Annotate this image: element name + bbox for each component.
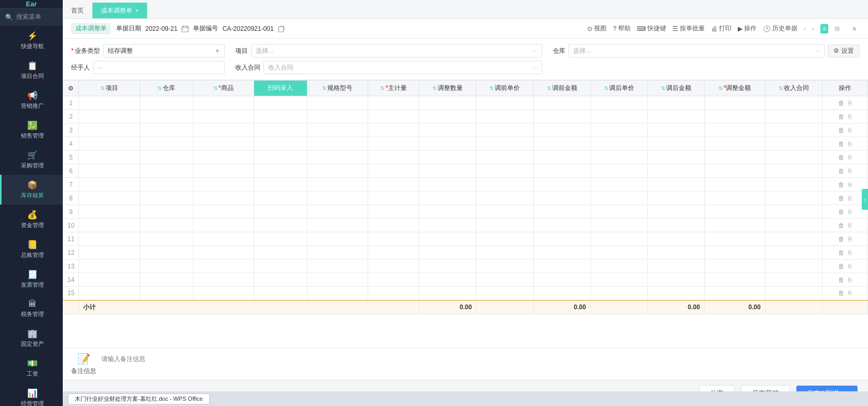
cell-income[interactable]: [765, 137, 822, 151]
cell-income[interactable]: [765, 232, 822, 246]
cell-project[interactable]: [79, 260, 140, 273]
doc-close-button[interactable]: ×: [849, 24, 860, 34]
cell-goods[interactable]: [193, 96, 254, 110]
sidebar-item-ops-mgmt[interactable]: 📊 经营管理: [0, 383, 63, 406]
cell-warehouse[interactable]: [140, 273, 193, 287]
cell-qty[interactable]: [419, 287, 476, 300]
settings-button[interactable]: ⚙ 设置: [828, 44, 860, 58]
cell-income[interactable]: [765, 287, 822, 300]
cell-prev-price[interactable]: [476, 191, 533, 205]
delete-icon[interactable]: 🗑: [838, 235, 844, 243]
cell-adj-amt[interactable]: [647, 232, 704, 246]
cell-unit[interactable]: [368, 110, 419, 123]
cell-goods[interactable]: [193, 191, 254, 205]
cell-spec[interactable]: [307, 219, 368, 232]
sidebar-item-quick-nav[interactable]: ⚡ 快捷导航: [0, 26, 63, 55]
sidebar-item-ledger-mgmt[interactable]: 📒 总账管理: [0, 234, 63, 264]
sidebar-item-sales-mgmt[interactable]: 💹 销售管理: [0, 115, 63, 145]
cell-spec[interactable]: [307, 110, 368, 123]
copy-icon[interactable]: ⎘: [848, 181, 852, 188]
cell-prev-amt[interactable]: [533, 232, 590, 246]
cell-goods[interactable]: [193, 287, 254, 300]
project-select[interactable]: 选择... ···: [251, 44, 542, 58]
sort-icon[interactable]: ⇅: [100, 85, 105, 91]
cell-income[interactable]: [765, 260, 822, 273]
cell-adj-total[interactable]: [704, 164, 765, 178]
delete-icon[interactable]: 🗑: [838, 276, 844, 284]
cell-goods[interactable]: [193, 137, 254, 151]
list-view-icon[interactable]: ≡: [820, 24, 828, 33]
cell-qty[interactable]: [419, 178, 476, 191]
history-action[interactable]: 🕐 历史单据: [763, 24, 797, 33]
cell-prev-price[interactable]: [476, 232, 533, 246]
cell-adj-price[interactable]: [590, 123, 647, 137]
cell-prev-price[interactable]: [476, 273, 533, 287]
cell-project[interactable]: [79, 123, 140, 137]
sort-icon[interactable]: ⇅: [661, 85, 665, 91]
cell-goods[interactable]: [193, 260, 254, 273]
cell-adj-price[interactable]: [590, 110, 647, 123]
cell-unit[interactable]: [368, 219, 419, 232]
cell-scan[interactable]: [254, 246, 307, 260]
cell-warehouse[interactable]: [140, 178, 193, 191]
cell-project[interactable]: [79, 178, 140, 191]
cell-prev-amt[interactable]: [533, 205, 590, 219]
batch-edit-action[interactable]: ☰ 按单批量: [672, 24, 705, 33]
cell-prev-amt[interactable]: [533, 246, 590, 260]
cell-qty[interactable]: [419, 110, 476, 123]
cell-scan[interactable]: [254, 191, 307, 205]
view-action[interactable]: ⊙ 视图: [587, 24, 607, 33]
copy-icon[interactable]: ⎘: [848, 263, 852, 270]
cell-adj-total[interactable]: [704, 246, 765, 260]
cell-project[interactable]: [79, 205, 140, 219]
cell-adj-amt[interactable]: [647, 205, 704, 219]
cell-qty[interactable]: [419, 232, 476, 246]
cell-adj-price[interactable]: [590, 191, 647, 205]
sidebar-item-sales-promo[interactable]: 📢 营销推广: [0, 85, 63, 115]
cell-prev-price[interactable]: [476, 246, 533, 260]
cell-adj-amt[interactable]: [647, 96, 704, 110]
cell-warehouse[interactable]: [140, 151, 193, 164]
cell-qty[interactable]: [419, 260, 476, 273]
sort-icon[interactable]: ⇅: [547, 85, 551, 91]
right-indicator[interactable]: ›: [862, 189, 868, 210]
cell-adj-amt[interactable]: [647, 164, 704, 178]
delete-icon[interactable]: 🗑: [838, 289, 844, 297]
delete-icon[interactable]: 🗑: [838, 181, 844, 188]
grid-view-icon[interactable]: ⊞: [835, 25, 840, 32]
cell-spec[interactable]: [307, 246, 368, 260]
cell-adj-total[interactable]: [704, 205, 765, 219]
copy-icon[interactable]: ⎘: [848, 195, 852, 202]
income-contract-select[interactable]: 收入合同 ···: [264, 61, 542, 74]
sort-icon[interactable]: ⇅: [718, 85, 723, 91]
cell-spec[interactable]: [307, 273, 368, 287]
cell-spec[interactable]: [307, 191, 368, 205]
cell-qty[interactable]: [419, 96, 476, 110]
cell-goods[interactable]: [193, 151, 254, 164]
cell-scan[interactable]: [254, 164, 307, 178]
cell-unit[interactable]: [368, 260, 419, 273]
cell-income[interactable]: [765, 110, 822, 123]
cell-unit[interactable]: [368, 164, 419, 178]
cell-adj-total[interactable]: [704, 287, 765, 300]
cell-project[interactable]: [79, 232, 140, 246]
cell-warehouse[interactable]: [140, 219, 193, 232]
cell-qty[interactable]: [419, 246, 476, 260]
cell-project[interactable]: [79, 219, 140, 232]
delete-icon[interactable]: 🗑: [838, 263, 844, 270]
copy-icon[interactable]: ⎘: [848, 208, 852, 216]
cell-income[interactable]: [765, 191, 822, 205]
sidebar-item-purchase-mgmt[interactable]: 🛒 采购管理: [0, 145, 63, 175]
cell-adj-amt[interactable]: [647, 219, 704, 232]
cell-unit[interactable]: [368, 273, 419, 287]
cell-prev-amt[interactable]: [533, 219, 590, 232]
cell-income[interactable]: [765, 219, 822, 232]
cell-adj-amt[interactable]: [647, 246, 704, 260]
cell-prev-amt[interactable]: [533, 137, 590, 151]
cell-adj-total[interactable]: [704, 260, 765, 273]
cell-scan[interactable]: [254, 219, 307, 232]
operate-action[interactable]: ▶ 操作: [738, 24, 757, 33]
remarks-input[interactable]: [101, 353, 860, 371]
delete-icon[interactable]: 🗑: [838, 154, 844, 161]
cell-spec[interactable]: [307, 151, 368, 164]
